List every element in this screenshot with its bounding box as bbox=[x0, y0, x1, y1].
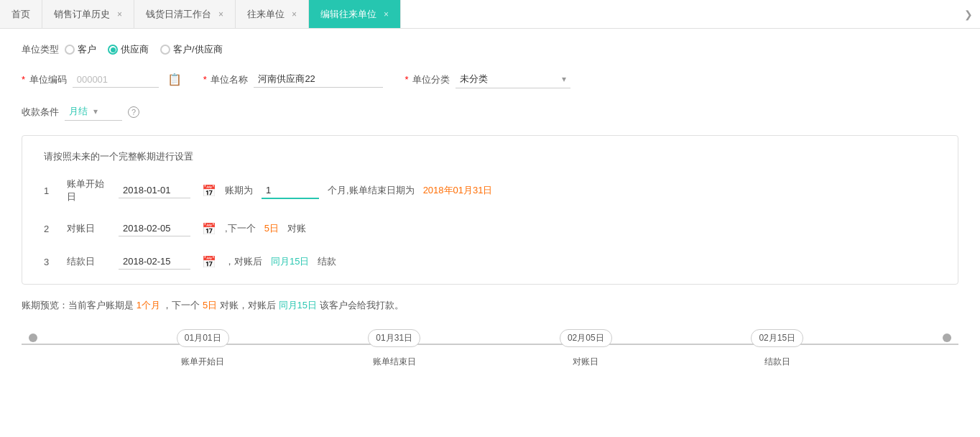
main-content: 单位类型 客户 供应商 客户/供应商 * 单位编码 bbox=[0, 29, 980, 437]
preview-sep1: ，下一个 bbox=[162, 300, 200, 310]
tab-edit-contacts[interactable]: 编辑往来单位 × bbox=[309, 0, 401, 28]
payment-arrow-icon: ▾ bbox=[93, 106, 98, 116]
help-icon[interactable]: ? bbox=[128, 106, 139, 118]
unit-class-select[interactable]: 未分类 ▾ bbox=[456, 70, 570, 88]
cal-icon-1[interactable]: 📅 bbox=[202, 184, 216, 198]
payment-value: 月结 bbox=[69, 105, 88, 118]
tab-cash-workbench[interactable]: 钱货日清工作台 × bbox=[134, 0, 236, 28]
unit-class-value: 未分类 bbox=[460, 73, 556, 86]
timeline-container: 01月01日 账单开始日 01月31日 账单结束日 02月05日 对账日 02月… bbox=[22, 329, 958, 368]
tab-contacts-close[interactable]: × bbox=[292, 9, 297, 19]
cal-icon-3[interactable]: 📅 bbox=[202, 255, 216, 269]
timeline-badge-2: 01月31日 bbox=[368, 329, 420, 347]
period-date-3[interactable] bbox=[119, 254, 190, 270]
period-prefix-3: ，对账后 bbox=[225, 255, 262, 268]
tab-expand-button[interactable]: ❯ bbox=[957, 0, 980, 28]
unit-code-input[interactable] bbox=[73, 72, 159, 88]
payment-select[interactable]: 月结 ▾ bbox=[65, 103, 122, 121]
timeline-nodes: 01月01日 账单开始日 01月31日 账单结束日 02月05日 对账日 02月… bbox=[29, 329, 951, 368]
period-suffix-3: 结款 bbox=[318, 255, 336, 268]
period-highlight-3: 同月15日 bbox=[271, 255, 309, 268]
timeline-node-2: 01月31日 账单结束日 bbox=[368, 329, 420, 368]
period-end-date-1: 2018年01月31日 bbox=[423, 184, 493, 197]
radio-customer-circle bbox=[65, 45, 75, 55]
period-label-3: 结款日 bbox=[67, 255, 110, 268]
timeline-end-circle bbox=[943, 334, 951, 342]
radio-both[interactable]: 客户/供应商 bbox=[160, 43, 223, 56]
unit-class-group: * 单位分类 未分类 ▾ bbox=[405, 70, 570, 88]
timeline-badge-1: 01月01日 bbox=[177, 329, 229, 347]
required-star-class: * bbox=[405, 74, 408, 85]
unit-name-input[interactable] bbox=[254, 72, 383, 88]
expand-icon: ❯ bbox=[964, 9, 973, 20]
radio-both-label: 客户/供应商 bbox=[173, 43, 223, 56]
period-num-2: 2 bbox=[44, 224, 58, 234]
preview-part2: 5日 bbox=[203, 300, 217, 310]
preview-sep2: 对账，对账后 bbox=[220, 300, 276, 310]
unit-class-arrow-icon: ▾ bbox=[562, 74, 566, 84]
tab-contacts-label: 往来单位 bbox=[247, 8, 285, 21]
radio-both-circle bbox=[160, 45, 170, 55]
tab-home-label: 首页 bbox=[11, 8, 30, 21]
unit-type-label: 单位类型 bbox=[22, 43, 59, 56]
required-star-name: * bbox=[203, 74, 207, 85]
radio-customer[interactable]: 客户 bbox=[65, 43, 96, 56]
period-num-1: 1 bbox=[44, 185, 58, 196]
period-highlight-2: 5日 bbox=[264, 222, 279, 235]
period-date-1[interactable] bbox=[119, 183, 190, 198]
timeline-badge-3: 02月05日 bbox=[560, 329, 612, 347]
radio-supplier-label: 供应商 bbox=[121, 43, 149, 56]
unit-name-label: * 单位名称 bbox=[203, 73, 249, 86]
payment-label: 收款条件 bbox=[22, 106, 59, 119]
period-date-2[interactable] bbox=[119, 221, 190, 236]
copy-icon[interactable]: 📋 bbox=[167, 73, 182, 86]
tab-bar: 首页 销售订单历史 × 钱货日清工作台 × 往来单位 × 编辑往来单位 × ❯ bbox=[0, 0, 980, 29]
timeline-end-dot bbox=[943, 334, 951, 342]
preview-label: 账期预览：当前客户账期是 bbox=[22, 300, 134, 310]
radio-customer-label: 客户 bbox=[78, 43, 96, 56]
payment-group: 收款条件 月结 ▾ ? bbox=[22, 103, 139, 121]
preview-part1: 1个月 bbox=[137, 300, 160, 310]
unit-name-group: * 单位名称 bbox=[203, 72, 384, 88]
payment-row: 收款条件 月结 ▾ ? bbox=[22, 103, 958, 121]
unit-code-group: * 单位编码 📋 bbox=[22, 72, 182, 88]
timeline-node-3: 02月05日 对账日 bbox=[560, 329, 612, 368]
period-num-3: 3 bbox=[44, 257, 58, 267]
timeline-node-4: 02月15日 结款日 bbox=[751, 329, 803, 368]
timeline-node-1: 01月01日 账单开始日 bbox=[177, 329, 229, 368]
tab-sales-history[interactable]: 销售订单历史 × bbox=[42, 0, 134, 28]
required-star-code: * bbox=[22, 74, 25, 85]
timeline-label-4: 结款日 bbox=[764, 356, 790, 368]
period-row-1: 1 账单开始日 📅 账期为 个月,账单结束日期为 2018年01月31日 bbox=[44, 178, 936, 203]
timeline-start-circle bbox=[29, 334, 37, 342]
preview-suffix: 该客户会给我打款。 bbox=[320, 300, 404, 310]
period-prefix-2: ,下一个 bbox=[225, 222, 256, 235]
unit-type-group: 单位类型 客户 供应商 客户/供应商 bbox=[22, 43, 223, 56]
tab-cash-workbench-label: 钱货日清工作台 bbox=[146, 8, 211, 21]
unit-type-radio-group: 客户 供应商 客户/供应商 bbox=[65, 43, 223, 56]
radio-supplier-circle bbox=[108, 45, 118, 55]
tab-edit-contacts-close[interactable]: × bbox=[384, 9, 389, 19]
preview-part3: 同月15日 bbox=[279, 300, 317, 310]
cal-icon-2[interactable]: 📅 bbox=[202, 222, 216, 236]
preview-text: 账期预览：当前客户账期是 1个月 ，下一个 5日 对账，对账后 同月15日 该客… bbox=[22, 299, 958, 312]
tab-sales-history-label: 销售订单历史 bbox=[54, 8, 110, 21]
tab-contacts[interactable]: 往来单位 × bbox=[236, 0, 309, 28]
unit-fields-row: * 单位编码 📋 * 单位名称 * 单位分类 未分类 ▾ bbox=[22, 70, 958, 88]
timeline-badge-4: 02月15日 bbox=[751, 329, 803, 347]
timeline-label-1: 账单开始日 bbox=[181, 356, 224, 368]
period-suffix-2: 对账 bbox=[287, 222, 306, 235]
timeline-start-dot bbox=[29, 334, 37, 342]
timeline-label-3: 对账日 bbox=[573, 356, 598, 368]
period-months-suffix-1: 个月,账单结束日期为 bbox=[328, 184, 415, 197]
timeline-label-2: 账单结束日 bbox=[373, 356, 416, 368]
radio-supplier[interactable]: 供应商 bbox=[108, 43, 149, 56]
tab-home[interactable]: 首页 bbox=[0, 0, 42, 28]
period-months-input[interactable] bbox=[262, 183, 319, 199]
period-label-2: 对账日 bbox=[67, 222, 110, 235]
tab-cash-workbench-close[interactable]: × bbox=[218, 9, 223, 19]
unit-type-row: 单位类型 客户 供应商 客户/供应商 bbox=[22, 43, 958, 56]
period-label-1: 账单开始日 bbox=[67, 178, 110, 203]
tab-sales-history-close[interactable]: × bbox=[117, 9, 122, 19]
unit-code-label: * 单位编码 bbox=[22, 73, 67, 86]
